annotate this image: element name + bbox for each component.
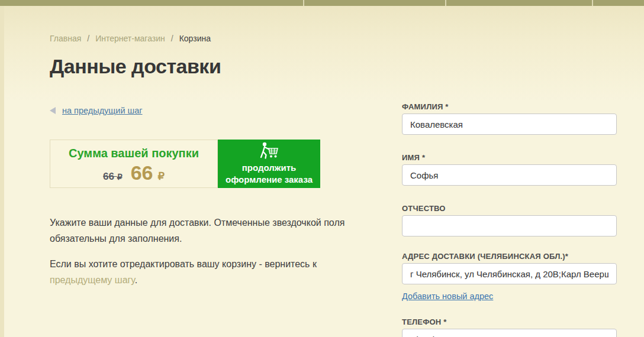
checkout-button-label: продолжить: [242, 162, 296, 174]
intro-text: Укажите ваши данные для доставки. Отмече…: [50, 215, 359, 288]
address-input[interactable]: [402, 263, 617, 284]
add-address-link[interactable]: Добавить новый адрес: [402, 291, 493, 301]
intro-paragraph-2: Если вы хотите отредактировать вашу корз…: [50, 256, 359, 288]
firstname-input[interactable]: [402, 164, 617, 186]
form-field-firstname: ИМЯ *: [402, 154, 617, 186]
phone-label: ТЕЛЕФОН *: [402, 318, 617, 326]
middlename-label: ОТЧЕСТВО: [402, 205, 617, 213]
breadcrumb-link-shop[interactable]: Интернет-магазин: [95, 34, 165, 43]
summary-title: Сумма вашей покупки: [50, 147, 217, 160]
form-field-lastname: ФАМИЛИЯ *: [402, 103, 617, 135]
address-label: АДРЕС ДОСТАВКИ (ЧЕЛЯБИНСКАЯ ОБЛ.)*: [402, 252, 617, 261]
breadcrumb-separator: /: [87, 34, 89, 43]
purchase-summary-panel: Сумма вашей покупки 66 ₽ 66 ₽: [50, 140, 218, 188]
form-field-address: АДРЕС ДОСТАВКИ (ЧЕЛЯБИНСКАЯ ОБЛ.)*: [402, 252, 617, 284]
purchase-summary-box: Сумма вашей покупки 66 ₽ 66 ₽ продолжить…: [50, 140, 320, 188]
prev-step-inline-link[interactable]: предыдущему шагу: [50, 275, 135, 285]
page-title: Данные доставки: [50, 55, 372, 78]
intro-paragraph-1: Укажите ваши данные для доставки. Отмече…: [50, 215, 359, 247]
left-arrow-icon: [50, 107, 56, 114]
top-nav-divider: [445, 0, 446, 6]
summary-prices: 66 ₽ 66 ₽: [50, 161, 217, 184]
phone-input[interactable]: [402, 329, 617, 337]
top-nav-divider: [303, 0, 304, 6]
top-nav-divider: [592, 0, 593, 6]
lastname-input[interactable]: [402, 114, 617, 135]
form-field-middlename: ОТЧЕСТВО: [402, 205, 617, 236]
middlename-input[interactable]: [402, 215, 617, 236]
current-price: 66: [131, 161, 153, 184]
currency-symbol: ₽: [157, 170, 164, 183]
lastname-label: ФАМИЛИЯ *: [402, 103, 617, 111]
page-left-edge: [0, 6, 4, 337]
old-price: 66 ₽: [103, 171, 123, 183]
breadcrumb-link-home[interactable]: Главная: [50, 34, 81, 43]
prev-step-link[interactable]: на предыдущий шаг: [62, 106, 143, 115]
delivery-form: ФАМИЛИЯ * ИМЯ * ОТЧЕСТВО АДРЕС ДОСТАВКИ …: [402, 103, 617, 337]
breadcrumb: Главная / Интернет-магазин / Корзина: [50, 34, 372, 43]
checkout-button[interactable]: продолжить оформление заказа: [218, 140, 320, 188]
breadcrumb-separator: /: [171, 34, 173, 43]
firstname-label: ИМЯ *: [402, 154, 617, 162]
prev-step-row: на предыдущий шаг: [50, 106, 372, 115]
top-nav-bar[interactable]: [0, 0, 644, 6]
cart-walker-icon: [257, 142, 281, 160]
checkout-button-label: оформление заказа: [226, 174, 313, 186]
main-content: Главная / Интернет-магазин / Корзина Дан…: [50, 34, 372, 288]
form-field-phone: ТЕЛЕФОН *: [402, 318, 617, 337]
breadcrumb-current: Корзина: [179, 34, 211, 43]
